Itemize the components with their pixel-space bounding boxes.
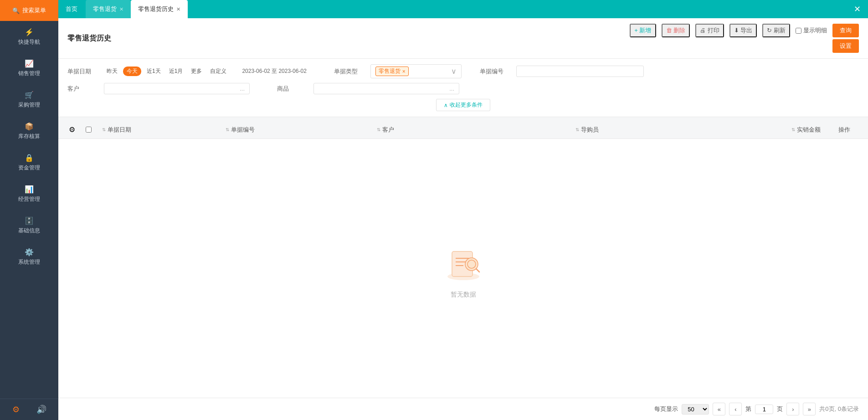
type-filter-selector[interactable]: 零售退货 × ∨ — [370, 64, 462, 78]
th-settings[interactable]: ⚙ — [64, 125, 80, 134]
main-area: 首页 零售退货 ✕ 零售退货历史 ✕ ✕ 零售退货历史 + 新增 🗑 删除 🖨 … — [58, 0, 868, 420]
th-guide-label: 导购员 — [581, 126, 599, 134]
date-filter-buttons: 昨天 今天 近1天 近1月 更多 自定义 — [104, 67, 229, 76]
select-all-checkbox[interactable] — [86, 127, 92, 133]
goods-filter-selector[interactable]: ... — [313, 83, 459, 94]
tab-retail-return-history-close[interactable]: ✕ — [176, 6, 180, 12]
page-unit: 页 — [777, 405, 783, 413]
date-btn-last1m[interactable]: 近1月 — [166, 67, 186, 76]
th-sort-icon: ⇅ — [575, 127, 579, 132]
pagination: 每页显示 50 10 20 100 « ‹ 第 页 › » 共0页, 0条记录 — [58, 398, 868, 420]
tab-home[interactable]: 首页 — [58, 0, 85, 18]
query-setting-buttons: 查询 设置 — [832, 24, 859, 53]
date-btn-today[interactable]: 今天 — [123, 67, 141, 76]
empty-state: 暂无数据 — [58, 139, 868, 398]
next-page-button[interactable]: › — [786, 403, 799, 415]
collapse-icon: ∧ — [444, 102, 448, 108]
finance-icon: 🔒 — [25, 153, 34, 162]
sidebar-item-label: 系统管理 — [18, 258, 40, 266]
sidebar: 🔍 搜索菜单 ⚡ 快捷导航 📈 销售管理 🛒 采购管理 📦 库存核算 🔒 资金管… — [0, 0, 58, 420]
sidebar-search[interactable]: 🔍 搜索菜单 — [0, 0, 58, 21]
quick-nav-icon: ⚡ — [25, 27, 34, 36]
sidebar-item-inventory[interactable]: 📦 库存核算 — [0, 115, 58, 147]
filter-area: 单据日期 昨天 今天 近1天 近1月 更多 自定义 2023-06-02 至 2… — [58, 59, 868, 117]
per-page-select[interactable]: 50 10 20 100 — [682, 404, 709, 415]
th-op-label: 操作 — [838, 126, 850, 134]
sidebar-item-sys-mgmt[interactable]: ⚙️ 系统管理 — [0, 241, 58, 272]
content-area: 零售退货历史 + 新增 🗑 删除 🖨 打印 ⬇ 导出 ↻ 刷新 显示明细 查询 … — [58, 18, 868, 420]
th-customer[interactable]: ⇅ 客户 — [371, 126, 570, 134]
settings-icon: ⚙ — [69, 125, 75, 134]
type-tag-close[interactable]: × — [402, 68, 406, 75]
total-info: 共0页, 0条记录 — [819, 405, 859, 413]
page-label: 第 — [745, 405, 751, 413]
th-sort-icon: ⇅ — [377, 127, 380, 132]
tab-retail-return-close[interactable]: ✕ — [119, 6, 123, 12]
topbar: 首页 零售退货 ✕ 零售退货历史 ✕ ✕ — [58, 0, 868, 18]
type-filter-label: 单据类型 — [334, 67, 361, 76]
refresh-button[interactable]: ↻ 刷新 — [762, 24, 790, 37]
first-page-button[interactable]: « — [713, 403, 725, 415]
new-button[interactable]: + 新增 — [630, 24, 656, 37]
sidebar-item-label: 基础信息 — [18, 227, 40, 235]
sidebar-item-sales-mgmt[interactable]: 📈 销售管理 — [0, 52, 58, 84]
tab-retail-return-history[interactable]: 零售退货历史 ✕ — [131, 0, 188, 18]
per-page-label: 每页显示 — [654, 405, 678, 413]
empty-illustration — [441, 238, 486, 283]
th-checkbox[interactable] — [80, 127, 97, 133]
topbar-close-button[interactable]: ✕ — [847, 4, 868, 14]
collapse-area: ∧ 收起更多条件 — [67, 99, 859, 111]
settings-icon[interactable]: ⚙ — [12, 405, 20, 415]
num-filter-input[interactable] — [516, 66, 644, 77]
date-btn-last7[interactable]: 近1天 — [144, 67, 164, 76]
th-date[interactable]: ⇅ 单据日期 — [97, 126, 220, 134]
num-filter-label: 单据编号 — [480, 67, 507, 76]
customer-dots: ... — [240, 85, 245, 92]
th-amount[interactable]: ⇅ 实销金额 — [721, 126, 826, 134]
delete-button[interactable]: 🗑 删除 — [662, 24, 690, 37]
sidebar-item-label: 采购管理 — [18, 101, 40, 109]
th-guide[interactable]: ⇅ 导购员 — [570, 126, 722, 134]
volume-icon[interactable]: 🔊 — [36, 405, 46, 415]
tab-retail-return[interactable]: 零售退货 ✕ — [86, 0, 131, 18]
tab-retail-return-label: 零售退货 — [93, 5, 117, 13]
customer-filter-selector[interactable]: ... — [104, 83, 250, 94]
date-btn-more[interactable]: 更多 — [188, 67, 205, 76]
table-header: ⚙ ⇅ 单据日期 ⇅ 单据编号 ⇅ 客户 ⇅ — [58, 121, 868, 139]
header-right-actions: + 新增 🗑 删除 🖨 打印 ⬇ 导出 ↻ 刷新 显示明细 查询 设置 — [630, 24, 859, 53]
collapse-label: 收起更多条件 — [450, 101, 483, 109]
close-icon: ✕ — [854, 5, 861, 14]
query-button[interactable]: 查询 — [832, 24, 859, 37]
filter-row-customer: 客户 ... 商品 ... — [67, 83, 859, 94]
last-page-button[interactable]: » — [803, 403, 816, 415]
table-area: ⚙ ⇅ 单据日期 ⇅ 单据编号 ⇅ 客户 ⇅ — [58, 121, 868, 420]
svg-line-7 — [476, 269, 479, 272]
setting-button[interactable]: 设置 — [832, 39, 859, 53]
base-icon: 🗄️ — [25, 216, 34, 225]
th-sort-icon: ⇅ — [226, 127, 229, 132]
sidebar-item-finance-mgmt[interactable]: 🔒 资金管理 — [0, 147, 58, 178]
sys-icon: ⚙️ — [25, 247, 34, 256]
export-button[interactable]: ⬇ 导出 — [729, 24, 757, 37]
show-detail-checkbox[interactable] — [796, 28, 801, 34]
goods-filter-label: 商品 — [277, 85, 304, 93]
print-button[interactable]: 🖨 打印 — [695, 24, 724, 37]
collapse-button[interactable]: ∧ 收起更多条件 — [436, 99, 490, 111]
sidebar-search-label: 搜索菜单 — [22, 6, 46, 15]
prev-page-button[interactable]: ‹ — [729, 403, 742, 415]
date-btn-custom[interactable]: 自定义 — [207, 67, 229, 76]
th-amount-label: 实销金额 — [797, 126, 821, 134]
sidebar-item-purchase-mgmt[interactable]: 🛒 采购管理 — [0, 84, 58, 115]
page-title: 零售退货历史 — [67, 34, 111, 43]
th-num[interactable]: ⇅ 单据编号 — [220, 126, 372, 134]
th-sort-icon: ⇅ — [791, 127, 795, 132]
th-op: 操作 — [826, 126, 863, 134]
page-number-input[interactable] — [755, 405, 773, 414]
th-num-label: 单据编号 — [231, 126, 255, 134]
purchase-icon: 🛒 — [25, 90, 34, 99]
date-btn-yesterday[interactable]: 昨天 — [104, 67, 120, 76]
sidebar-item-biz-mgmt[interactable]: 📊 经营管理 — [0, 178, 58, 210]
sidebar-item-quick-nav[interactable]: ⚡ 快捷导航 — [0, 21, 58, 52]
sidebar-item-base-info[interactable]: 🗄️ 基础信息 — [0, 210, 58, 241]
inventory-icon: 📦 — [25, 122, 34, 131]
